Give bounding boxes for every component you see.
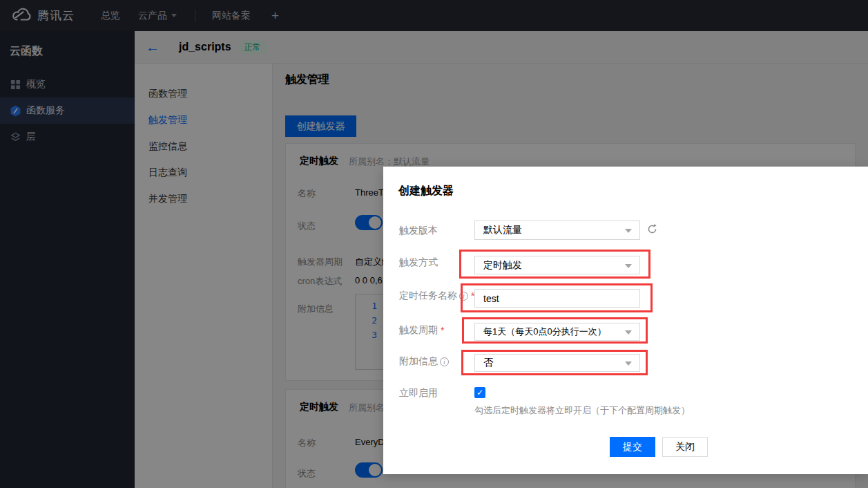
trigger-method-select[interactable]: 定时触发 — [474, 256, 640, 274]
chevron-down-icon — [625, 264, 632, 268]
chevron-down-icon — [625, 330, 632, 335]
task-name-field-wrap — [474, 289, 640, 308]
trigger-cycle-select[interactable]: 每1天（每天0点0分执行一次） — [474, 323, 640, 341]
close-button[interactable]: 关闭 — [662, 437, 708, 457]
modal-title: 创建触发器 — [398, 184, 454, 198]
task-name-input[interactable] — [475, 290, 639, 307]
info-icon: i — [440, 357, 449, 366]
submit-button[interactable]: 提交 — [610, 437, 655, 457]
trigger-method-label: 触发方式 — [399, 256, 438, 269]
chevron-down-icon — [625, 362, 632, 366]
required-asterisk: * — [441, 325, 444, 336]
chevron-down-icon — [625, 229, 632, 233]
enable-now-checkbox[interactable]: ✓ — [474, 387, 485, 398]
enable-now-label: 立即启用 — [399, 387, 438, 400]
create-trigger-modal: 创建触发器 触发版本 默认流量 触发方式 定时触发 定时任务名称 i * 触发周… — [383, 167, 868, 474]
extra-info-label: 附加信息 i — [399, 355, 449, 368]
enable-hint-text: 勾选后定时触发器将立即开启（于下个配置周期触发） — [474, 404, 690, 417]
refresh-icon[interactable] — [646, 223, 658, 235]
trigger-version-label: 触发版本 — [399, 225, 438, 237]
trigger-version-select[interactable]: 默认流量 — [474, 220, 640, 240]
task-name-label: 定时任务名称 i * — [399, 290, 474, 302]
info-icon: i — [459, 292, 468, 301]
trigger-cycle-label: 触发周期 * — [399, 324, 444, 337]
extra-info-select[interactable]: 否 — [474, 354, 640, 372]
